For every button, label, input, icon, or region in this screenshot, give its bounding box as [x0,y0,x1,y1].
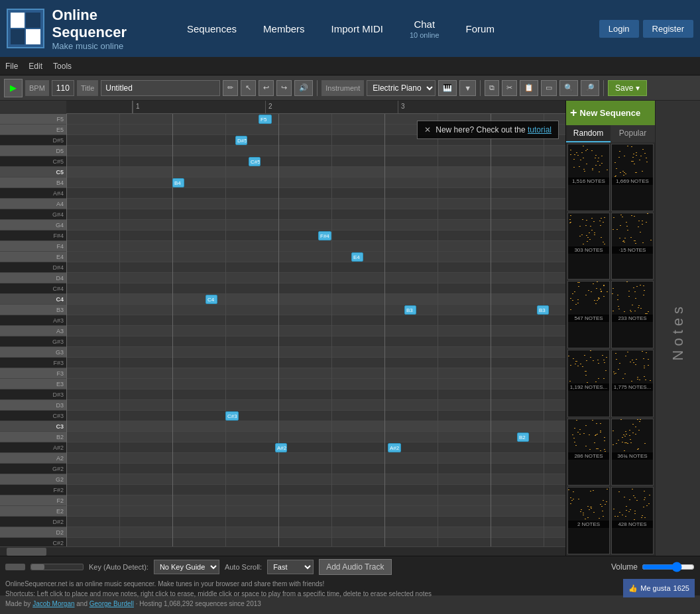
menu-file[interactable]: File [5,62,18,71]
login-button[interactable]: Login [599,20,639,38]
nav-members[interactable]: Members [250,0,318,57]
piano-key-A2[interactable]: A2 [0,453,66,464]
volume-slider[interactable] [642,562,695,572]
piano-key-Ds2[interactable]: D#2 [0,517,66,527]
piano-key-D3[interactable]: D3 [0,400,66,411]
note-Cs3[interactable]: C#3 [225,411,239,421]
note-F5[interactable]: F5 [259,115,272,124]
note-B4[interactable]: B4 [172,178,184,187]
copy-button[interactable]: ⧉ [485,80,499,96]
piano-key-D5[interactable]: D5 [0,146,66,156]
redo-button[interactable]: ↪ [276,80,292,96]
piano-key-C4[interactable]: C4 [0,294,66,305]
horizontal-scrollbar[interactable] [0,546,565,556]
piano-key-A4[interactable]: A4 [0,199,66,209]
thumbnail-5[interactable]: 233 NOTES [611,281,654,348]
register-button[interactable]: Register [643,20,693,38]
piano-key-Fs4[interactable]: F#4 [0,230,66,241]
menu-tools[interactable]: Tools [53,62,72,71]
piano-key-As4[interactable]: A#4 [0,188,66,199]
piano-key-G4[interactable]: G4 [0,220,66,230]
scroll-handle[interactable] [31,564,44,570]
nav-chat[interactable]: Chat 10 online [396,0,453,57]
piano-key-E4[interactable]: E4 [0,252,66,262]
thumbnail-2[interactable]: 303 NOTES [567,213,610,280]
tutorial-link[interactable]: tutorial [528,125,552,134]
piano-key-F2[interactable]: F2 [0,495,66,506]
thumbnail-4[interactable]: 547 NOTES [567,281,610,348]
cut-button[interactable]: ✂ [502,80,517,96]
save-button[interactable]: Save ▾ [608,80,647,96]
tab-random[interactable]: Random [566,125,611,142]
search-button[interactable]: 🔍 [559,80,578,96]
piano-key-E3[interactable]: E3 [0,379,66,389]
piano-key-F3[interactable]: F3 [0,368,66,379]
piano-key-F4[interactable]: F4 [0,241,66,252]
piano-key-Fs3[interactable]: F#3 [0,358,66,368]
piano-key-B3[interactable]: B3 [0,305,66,315]
instrument-select[interactable]: Electric Piano Grand Piano Synth Strings [367,80,436,96]
note-Ds5[interactable]: D#5 [235,136,247,145]
piano-key-D2[interactable]: D2 [0,527,66,538]
thumbnail-10[interactable]: 2 NOTES [567,487,610,554]
piano-key-Fs2[interactable]: F#2 [0,485,66,495]
piano-key-Gs2[interactable]: G#2 [0,464,66,474]
paste-button[interactable]: 📋 [520,80,538,96]
piano-key-Cs4[interactable]: C#4 [0,283,66,294]
piano-key-A3[interactable]: A3 [0,326,66,336]
piano-key-E2[interactable]: E2 [0,506,66,517]
note-C4[interactable]: C4 [205,295,217,304]
author1-link[interactable]: Jacob Morgan [32,600,74,607]
search2-button[interactable]: 🔎 [581,80,599,96]
note-B3[interactable]: B3 [404,305,416,315]
mute-button[interactable]: 🔊 [294,80,313,96]
tip-close-button[interactable]: ✕ [424,125,431,134]
thumbnail-7[interactable]: 1,775 NOTES... [611,350,654,417]
thumbnail-3[interactable]: ·15 NOTES [611,213,654,280]
piano-key-C5[interactable]: C5 [0,167,66,178]
piano-key-Ds4[interactable]: D#4 [0,262,66,273]
piano-key-Ds5[interactable]: D#5 [0,135,66,146]
new-sequence-button[interactable]: New Sequence [566,101,655,125]
nav-forum[interactable]: Forum [453,0,508,57]
play-button[interactable]: ▶ [4,79,23,97]
piano-key-As3[interactable]: A#3 [0,315,66,326]
nav-import-midi[interactable]: Import MIDI [318,0,396,57]
thumbnail-11[interactable]: 428 NOTES [611,487,654,554]
add-audio-track-button[interactable]: Add Audio Track [319,559,391,575]
note-Cs5[interactable]: C#5 [249,157,261,166]
bpm-value[interactable]: 110 [52,80,74,96]
piano-key-F5[interactable]: F5 [0,114,66,125]
piano-key-B4[interactable]: B4 [0,178,66,188]
piano-key-Gs4[interactable]: G#4 [0,209,66,220]
auto-scroll-select[interactable]: Fast Medium Slow Off [267,560,314,574]
scroll-track[interactable] [30,564,84,570]
piano-key-Gs3[interactable]: G#3 [0,336,66,347]
note-B2[interactable]: B2 [517,433,529,442]
thumbnail-9[interactable]: 36¾ NOTES [611,419,654,486]
note-E4[interactable]: E4 [351,252,363,262]
piano-key-B2[interactable]: B2 [0,432,66,442]
thumbnail-1[interactable]: 1,669 NOTES [611,144,654,211]
piano-key-D4[interactable]: D4 [0,273,66,283]
piano-key-Ds3[interactable]: D#3 [0,389,66,400]
select-button[interactable]: ▭ [541,80,557,96]
undo-button[interactable]: ↩ [259,80,274,96]
piano-key-Cs3[interactable]: C#3 [0,411,66,421]
piano-key-Cs2[interactable]: C#2 [0,538,66,546]
menu-edit[interactable]: Edit [29,62,42,71]
thumbnail-8[interactable]: 286 NOTES [567,419,610,486]
piano-key-C3[interactable]: C3 [0,421,66,432]
note-B3[interactable]: B3 [537,305,549,315]
author2-link[interactable]: George Burdell [89,600,134,607]
note-As2[interactable]: A#2 [388,443,401,452]
scroll-thumb[interactable] [7,548,46,556]
piano-key-As2[interactable]: A#2 [0,442,66,453]
key-select[interactable]: No Key Guide C Major G Major [154,560,219,574]
thumbnail-6[interactable]: 1,192 NOTES... [567,350,610,417]
edit-pencil-button[interactable]: ✏ [223,80,238,96]
nav-sequences[interactable]: Sequences [174,0,250,57]
grid-container[interactable]: F5D#5C#5B4F#4E4C4B3B3A3C#3B2A#2A#2 ✕ New… [66,114,565,546]
piano-key-E5[interactable]: E5 [0,125,66,135]
piano-key-Cs5[interactable]: C#5 [0,156,66,167]
